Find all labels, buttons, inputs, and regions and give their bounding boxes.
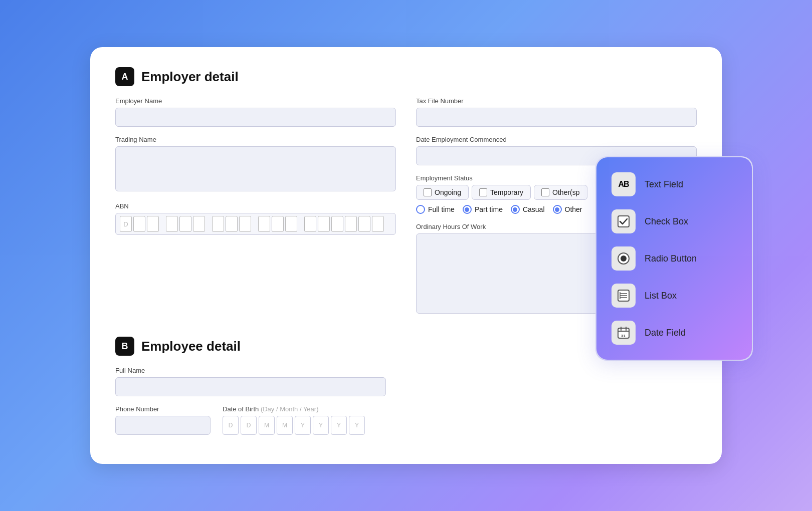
- employer-name-input[interactable]: [115, 108, 396, 127]
- abn-cell-8[interactable]: [239, 216, 251, 232]
- dob-label: Date of Birth (Day / Month / Year): [223, 405, 386, 413]
- abn-cell-4[interactable]: [179, 216, 191, 232]
- phone-label: Phone Number: [115, 405, 216, 413]
- list-box-label: List Box: [645, 291, 677, 301]
- dob-cell-y4[interactable]: Y: [349, 416, 365, 435]
- other-sp-checkbox[interactable]: Other(sp: [534, 185, 587, 200]
- trading-name-label: Trading Name: [115, 136, 396, 143]
- fulltime-label: Full time: [428, 205, 455, 213]
- abn-cell-9[interactable]: [258, 216, 270, 232]
- casual-radio[interactable]: Casual: [511, 205, 545, 214]
- other-sp-label: Other(sp: [552, 188, 579, 196]
- main-card: A Employer detail Employer Name Trading …: [90, 47, 722, 464]
- employer-left-col: Employer Name Trading Name ABN D: [115, 97, 396, 325]
- popup-text-field[interactable]: AB Text Field: [612, 172, 737, 196]
- tax-file-number-label: Tax File Number: [416, 97, 697, 105]
- abn-label: ABN: [115, 202, 396, 210]
- abn-cell-14[interactable]: [331, 216, 343, 232]
- trading-name-group: Trading Name: [115, 136, 396, 193]
- phone-group: Phone Number: [115, 405, 216, 435]
- abn-field-wrap: D: [115, 213, 396, 235]
- phone-input[interactable]: [115, 416, 211, 435]
- employer-name-label: Employer Name: [115, 97, 396, 105]
- date-field-label: Date Field: [645, 328, 686, 338]
- parttime-radio[interactable]: Part time: [463, 205, 503, 214]
- full-name-label: Full Name: [115, 367, 386, 374]
- abn-cell-10[interactable]: [272, 216, 284, 232]
- casual-radio-circle: [511, 205, 520, 214]
- phone-dob-row: Phone Number Date of Birth (Day / Month …: [115, 405, 386, 444]
- ongoing-checkbox[interactable]: Ongoing: [416, 185, 469, 200]
- dob-cell-d1[interactable]: D: [223, 416, 239, 435]
- dob-cell-d2[interactable]: D: [241, 416, 257, 435]
- full-name-input[interactable]: [115, 377, 386, 396]
- employer-name-group: Employer Name: [115, 97, 396, 127]
- abn-cell-17[interactable]: [372, 216, 384, 232]
- employee-form: Full Name Phone Number Date of Birth (Da…: [115, 367, 386, 444]
- tax-file-number-group: Tax File Number: [416, 97, 697, 127]
- parttime-label: Part time: [475, 205, 503, 213]
- parttime-radio-circle: [463, 205, 472, 214]
- abn-cell-16[interactable]: [358, 216, 370, 232]
- abn-cell-12[interactable]: [304, 216, 316, 232]
- abn-cell-11[interactable]: [285, 216, 297, 232]
- other-radio[interactable]: Other: [553, 205, 582, 214]
- temporary-checkbox-box: [479, 188, 487, 196]
- dob-group: Date of Birth (Day / Month / Year) D D M…: [223, 405, 386, 435]
- text-field-icon: AB: [612, 172, 636, 196]
- trading-name-input[interactable]: [115, 146, 396, 191]
- tax-file-number-input[interactable]: [416, 108, 697, 127]
- other-radio-circle: [553, 205, 562, 214]
- abn-cell-6[interactable]: [212, 216, 224, 232]
- dob-cells-row: D D M M Y Y Y Y: [223, 416, 386, 435]
- svg-point-2: [621, 256, 627, 262]
- temporary-label: Temporary: [490, 188, 523, 196]
- popup-date-field[interactable]: 31 Date Field: [612, 321, 737, 345]
- dob-cell-m1[interactable]: M: [259, 416, 275, 435]
- radio-button-icon: [612, 246, 636, 271]
- abn-cell-1[interactable]: [133, 216, 145, 232]
- abn-cell-0[interactable]: D: [120, 216, 132, 232]
- other-sp-checkbox-box: [541, 188, 549, 196]
- abn-cell-7[interactable]: [226, 216, 238, 232]
- radio-button-label: Radio Button: [645, 253, 697, 264]
- check-box-icon: [612, 209, 636, 233]
- employer-title: Employer detail: [141, 69, 239, 85]
- dob-cell-y2[interactable]: Y: [313, 416, 329, 435]
- dob-placeholder: (Day / Month / Year): [261, 405, 319, 413]
- text-field-label: Text Field: [645, 179, 683, 190]
- popup-list-box[interactable]: List Box: [612, 284, 737, 308]
- abn-cell-13[interactable]: [318, 216, 330, 232]
- full-name-group: Full Name: [115, 367, 386, 396]
- temporary-checkbox[interactable]: Temporary: [472, 185, 531, 200]
- ongoing-checkbox-box: [424, 188, 432, 196]
- employee-badge: B: [115, 337, 134, 356]
- dob-cell-m2[interactable]: M: [277, 416, 293, 435]
- fulltime-radio[interactable]: Full time: [416, 205, 455, 214]
- abn-cell-15[interactable]: [345, 216, 357, 232]
- dob-cell-y3[interactable]: Y: [331, 416, 347, 435]
- svg-text:31: 31: [621, 334, 626, 338]
- popup-radio-button[interactable]: Radio Button: [612, 246, 737, 271]
- list-box-icon: [612, 284, 636, 308]
- abn-cell-2[interactable]: [147, 216, 159, 232]
- check-box-label: Check Box: [645, 216, 688, 227]
- abn-group: ABN D: [115, 202, 396, 235]
- employee-title: Employee detail: [141, 339, 241, 354]
- dob-cell-y1[interactable]: Y: [295, 416, 311, 435]
- date-field-icon: 31: [612, 321, 636, 345]
- popup-check-box[interactable]: Check Box: [612, 209, 737, 233]
- date-employment-label: Date Employment Commenced: [416, 136, 697, 143]
- other-label: Other: [565, 205, 582, 213]
- popup-panel: AB Text Field Check Box Radio Button: [596, 157, 752, 360]
- employer-section-header: A Employer detail: [115, 67, 697, 86]
- abn-cell-3[interactable]: [166, 216, 178, 232]
- fulltime-radio-circle: [416, 205, 425, 214]
- employer-badge: A: [115, 67, 134, 86]
- ongoing-label: Ongoing: [435, 188, 461, 196]
- abn-cell-5[interactable]: [193, 216, 205, 232]
- casual-label: Casual: [523, 205, 545, 213]
